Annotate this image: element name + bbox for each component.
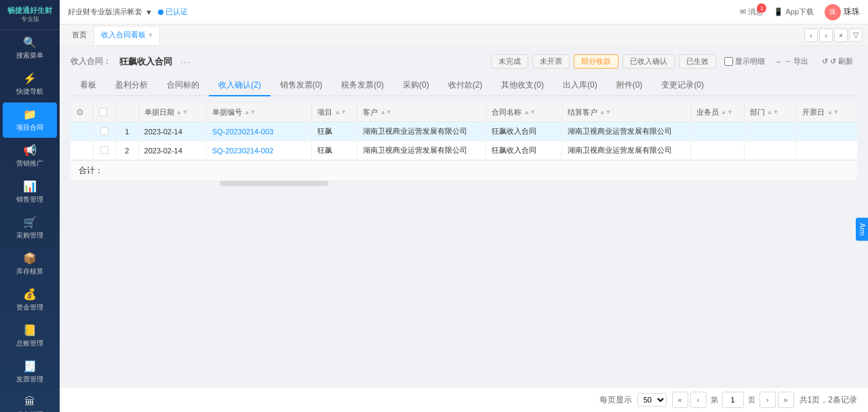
sort-icon-project: ▲▼	[334, 109, 347, 115]
tab-close-all-button[interactable]: ×	[834, 29, 848, 42]
inner-tab-盈利分析[interactable]: 盈利分析	[106, 75, 157, 96]
tab-home[interactable]: 首页	[65, 26, 94, 45]
page-size-select[interactable]: 50	[637, 393, 667, 407]
col-sortable-salesperson[interactable]: 业务员▲▼	[696, 107, 738, 117]
sidebar-item-label: 销售管理	[16, 195, 43, 204]
inner-tab-收入确认[interactable]: 收入确认(2)	[209, 75, 271, 96]
cell-salesperson	[690, 141, 744, 160]
inner-tabs: 看板盈利分析合同标的收入确认(2)销售发票(0)税务发票(0)采购(0)收付款(…	[71, 75, 857, 96]
col-header-salesperson[interactable]: 业务员▲▼	[690, 103, 744, 122]
sidebar-item-label: 快捷导航	[16, 87, 43, 96]
sidebar-item-purchase[interactable]: 🛒采购管理	[3, 210, 57, 246]
col-sortable-date[interactable]: 单据日期▲▼	[144, 107, 201, 117]
breadcrumb-label: 收入合同：	[71, 56, 111, 67]
select-all-checkbox[interactable]	[99, 108, 107, 116]
col-sortable-project[interactable]: 项目▲▼	[317, 107, 351, 117]
inner-tab-采购[interactable]: 采购(0)	[393, 75, 439, 96]
col-sortable-customer[interactable]: 客户▲▼	[363, 107, 480, 117]
scrollbar-thumb[interactable]	[220, 181, 328, 186]
export-button[interactable]: → → 导出	[770, 55, 812, 68]
last-page-button[interactable]: »	[778, 392, 794, 408]
tab-next-button[interactable]: ›	[819, 29, 833, 42]
doc-number-link-0[interactable]: SQ-20230214-003	[212, 128, 274, 136]
message-button[interactable]: ✉ 消息 1	[740, 7, 763, 17]
inner-tab-销售发票[interactable]: 销售发票(0)	[271, 75, 332, 96]
avatar: 珠	[825, 4, 841, 20]
sidebar-item-marketing[interactable]: 📢营销推广	[3, 138, 57, 174]
sidebar-item-sales[interactable]: 📊销售管理	[3, 174, 57, 210]
col-sortable-contract_name[interactable]: 合同名称▲▼	[492, 107, 555, 117]
row-checkbox-1[interactable]	[100, 146, 108, 154]
col-label-settlement_customer: 结算客户	[568, 107, 597, 117]
company-selector[interactable]: 好业财专业版演示帐套 ▼	[68, 7, 153, 17]
horizontal-scrollbar[interactable]	[71, 181, 857, 186]
cell-contract_name: 狂飙收入合同	[486, 141, 561, 160]
col-header-index[interactable]	[116, 103, 138, 122]
first-page-button[interactable]: «	[672, 392, 688, 408]
contract-more-button[interactable]: ···	[180, 56, 191, 67]
col-sortable-number[interactable]: 单据编号▲▼	[212, 107, 307, 117]
status-tag-已收入确认[interactable]: 已收入确认	[623, 54, 675, 69]
col-header-project[interactable]: 项目▲▼	[312, 103, 357, 122]
col-label-date: 单据日期	[144, 107, 174, 117]
inner-tab-其他收支[interactable]: 其他收支(0)	[492, 75, 553, 96]
settings-icon[interactable]: ⚙	[76, 107, 84, 117]
user-name: 珠珠	[844, 6, 860, 18]
status-tag-未开票[interactable]: 未开票	[532, 54, 570, 69]
cell-contract_name: 狂飙收入合同	[486, 122, 561, 141]
page-input[interactable]	[722, 392, 744, 408]
col-header-number[interactable]: 单据编号▲▼	[206, 103, 312, 122]
app-download-button[interactable]: 📱 App下载	[774, 7, 814, 17]
sidebar-item-funds[interactable]: 💰资金管理	[3, 282, 57, 318]
status-tag-部分收款[interactable]: 部分收款	[574, 54, 618, 69]
col-header-settings[interactable]: ⚙	[71, 103, 93, 122]
row-checkbox-0[interactable]	[100, 127, 108, 135]
user-menu[interactable]: 珠 珠珠	[825, 4, 860, 20]
inventory-icon: 📦	[23, 252, 37, 265]
arm-button[interactable]: Arm	[856, 217, 868, 240]
col-header-customer[interactable]: 客户▲▼	[357, 103, 486, 122]
arm-label: Arm	[859, 223, 866, 235]
purchase-icon: 🛒	[23, 216, 37, 229]
col-header-settlement_customer[interactable]: 结算客户▲▼	[561, 103, 690, 122]
col-header-open_date[interactable]: 开票日▲▼	[797, 103, 857, 122]
sidebar-item-tax[interactable]: 🏛税务管理	[3, 390, 57, 412]
sidebar-item-quick-nav[interactable]: ⚡快捷导航	[3, 67, 57, 102]
tabbar: 首页 收入合同看板 × ‹ › × ▽	[60, 24, 868, 46]
sidebar-item-general[interactable]: 📒总账管理	[3, 318, 57, 354]
prev-page-button[interactable]: ‹	[690, 392, 707, 408]
next-page-button[interactable]: ›	[760, 392, 776, 408]
project-contract-icon: 📁	[23, 108, 37, 121]
inner-tab-附件[interactable]: 附件(0)	[607, 75, 652, 96]
inner-tab-合同标的[interactable]: 合同标的	[157, 75, 209, 96]
col-sortable-open_date[interactable]: 开票日▲▼	[802, 107, 852, 117]
col-header-date[interactable]: 单据日期▲▼	[138, 103, 206, 122]
col-header-checkbox[interactable]	[93, 103, 115, 122]
sidebar-item-search[interactable]: 🔍搜索菜单	[3, 31, 57, 66]
tab-more-button[interactable]: ▽	[849, 29, 863, 42]
inner-tab-收付款[interactable]: 收付款(2)	[439, 75, 492, 96]
header-actions: 显示明细 → → 导出 ↺ ↺ 刷新	[724, 55, 857, 68]
sidebar-item-inventory[interactable]: 📦库存核算	[3, 246, 57, 282]
status-tag-未完成[interactable]: 未完成	[491, 54, 528, 69]
col-sortable-department[interactable]: 部门▲▼	[750, 107, 791, 117]
show-detail-input[interactable]	[724, 57, 733, 66]
status-tag-已生效[interactable]: 已生效	[679, 54, 716, 69]
col-sortable-settlement_customer[interactable]: 结算客户▲▼	[568, 107, 685, 117]
inner-tab-出入库[interactable]: 出入库(0)	[553, 75, 607, 96]
inner-tab-变更记录[interactable]: 变更记录(0)	[652, 75, 713, 96]
tab-prev-button[interactable]: ‹	[804, 29, 818, 42]
col-header-department[interactable]: 部门▲▼	[744, 103, 797, 122]
company-arrow-icon: ▼	[145, 8, 153, 16]
tab-contract-board[interactable]: 收入合同看板 ×	[94, 26, 160, 45]
cell-salesperson	[690, 122, 744, 141]
inner-tab-看板[interactable]: 看板	[71, 75, 106, 96]
sidebar-item-invoice[interactable]: 🧾发票管理	[3, 354, 57, 390]
inner-tab-税务发票[interactable]: 税务发票(0)	[332, 75, 393, 96]
sidebar-item-project-contract[interactable]: 📁项目合同	[3, 102, 57, 138]
doc-number-link-1[interactable]: SQ-20230214-002	[212, 147, 274, 155]
col-header-contract_name[interactable]: 合同名称▲▼	[486, 103, 561, 122]
show-detail-checkbox[interactable]: 显示明细	[724, 56, 765, 67]
refresh-button[interactable]: ↺ ↺ 刷新	[818, 55, 857, 68]
tab-close-icon[interactable]: ×	[149, 31, 153, 39]
